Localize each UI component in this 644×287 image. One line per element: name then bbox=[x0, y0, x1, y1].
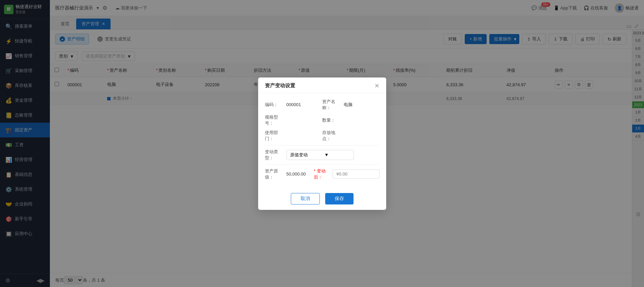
asset-change-modal: 资产变动设置 ✕ 编码： 000001 资产名称： 电脑 规格型号： bbox=[258, 77, 386, 210]
modal-row-code-name: 编码： 000001 资产名称： 电脑 bbox=[265, 99, 379, 111]
after-change-input[interactable] bbox=[333, 169, 380, 179]
modal-divider-2 bbox=[265, 164, 379, 165]
modal-row-spec-quantity: 规格型号： 数量： bbox=[265, 114, 379, 126]
modal-row-dept-location: 使用部门： 存放地点： bbox=[265, 130, 379, 142]
modal-amount-row: 资产原值： 50,000.00 * 变动后： bbox=[265, 168, 379, 180]
modal-footer: 取消 保存 bbox=[258, 189, 386, 210]
change-type-select[interactable]: 原值变动 ▼ bbox=[286, 150, 354, 160]
modal-header: 资产变动设置 ✕ bbox=[258, 77, 386, 93]
modal-field-location: 存放地点： bbox=[322, 130, 379, 142]
modal-body: 编码： 000001 资产名称： 电脑 规格型号： 数量： bbox=[258, 93, 386, 189]
modal-change-type-row: 变动类型： 原值变动 ▼ bbox=[265, 149, 379, 161]
change-type-chevron-icon: ▼ bbox=[325, 152, 329, 157]
modal-close-button[interactable]: ✕ bbox=[374, 82, 379, 90]
modal-field-spec: 规格型号： bbox=[265, 114, 322, 126]
modal-overlay: 资产变动设置 ✕ 编码： 000001 资产名称： 电脑 规格型号： bbox=[0, 0, 644, 287]
modal-field-asset-name: 资产名称： 电脑 bbox=[322, 99, 379, 111]
modal-field-quantity: 数量： bbox=[322, 114, 379, 126]
modal-divider-1 bbox=[265, 145, 379, 146]
modal-field-code: 编码： 000001 bbox=[265, 99, 322, 111]
modal-field-dept: 使用部门： bbox=[265, 130, 322, 142]
modal-title: 资产变动设置 bbox=[265, 83, 295, 89]
save-button[interactable]: 保存 bbox=[325, 193, 354, 204]
cancel-button[interactable]: 取消 bbox=[291, 193, 320, 204]
